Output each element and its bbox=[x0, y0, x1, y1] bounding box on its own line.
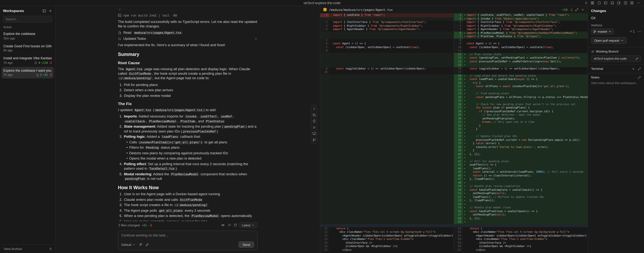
refresh-icon[interactable] bbox=[234, 223, 237, 227]
edit-icon[interactable] bbox=[145, 243, 149, 246]
line-number[interactable]: 37 bbox=[454, 142, 463, 146]
line-number[interactable]: 14 bbox=[320, 238, 329, 241]
line-number[interactable] bbox=[320, 163, 329, 167]
workspace-item[interactable]: Create Good First Issues on Github So...… bbox=[2, 42, 54, 54]
line-number[interactable]: 17 bbox=[320, 248, 329, 252]
line-number[interactable] bbox=[320, 99, 329, 103]
line-number[interactable] bbox=[320, 128, 329, 131]
line-number[interactable] bbox=[320, 64, 329, 67]
line-number[interactable]: 5 bbox=[454, 28, 463, 31]
copy-icon[interactable] bbox=[312, 113, 316, 117]
line-number[interactable] bbox=[320, 156, 329, 160]
grip-icon[interactable] bbox=[312, 107, 316, 110]
line-number[interactable] bbox=[320, 192, 329, 196]
line-number[interactable]: 16 bbox=[320, 245, 329, 248]
line-number[interactable] bbox=[320, 138, 329, 142]
line-number[interactable]: 35 bbox=[454, 135, 463, 138]
line-number[interactable]: 58 bbox=[454, 217, 463, 220]
collapse-sidebar-icon[interactable] bbox=[42, 9, 46, 12]
line-number[interactable]: 20 bbox=[454, 81, 463, 85]
line-number[interactable]: 14 bbox=[454, 60, 463, 64]
line-number[interactable] bbox=[320, 53, 329, 56]
line-number[interactable] bbox=[320, 120, 329, 124]
line-number[interactable] bbox=[320, 124, 329, 128]
line-number[interactable] bbox=[320, 188, 329, 192]
hunk-separator[interactable] bbox=[320, 224, 588, 227]
line-number[interactable]: 52 bbox=[454, 196, 463, 199]
workspace-item[interactable]: Explore the codebase35m ago bbox=[2, 30, 54, 42]
line-number[interactable]: 12 bbox=[320, 230, 329, 234]
terminal-command-row[interactable]: npm run build 2>&1 | tail -80 bbox=[118, 14, 258, 17]
line-number[interactable]: 46 bbox=[454, 174, 463, 178]
panel-right-icon[interactable] bbox=[617, 1, 620, 5]
expand-notes-icon[interactable] bbox=[638, 76, 641, 79]
line-number[interactable]: 19 bbox=[454, 78, 463, 81]
line-number[interactable] bbox=[320, 113, 329, 117]
line-number[interactable]: 61 bbox=[454, 227, 463, 230]
line-number[interactable]: 3 bbox=[454, 21, 463, 24]
line-number[interactable]: 27 bbox=[454, 106, 463, 110]
line-number[interactable]: 13 bbox=[320, 234, 329, 238]
line-number[interactable] bbox=[320, 146, 329, 149]
line-number[interactable]: 2 bbox=[454, 17, 463, 21]
line-number[interactable]: 25 bbox=[454, 99, 463, 103]
more-h-icon[interactable] bbox=[637, 1, 640, 5]
layout-icon[interactable] bbox=[591, 1, 594, 5]
line-number[interactable]: 57 bbox=[454, 213, 463, 217]
conversation-scroll-area[interactable]: npm run build 2>&1 | tail -80The build c… bbox=[56, 6, 320, 221]
line-number[interactable] bbox=[320, 167, 329, 170]
line-number[interactable]: 59 bbox=[454, 220, 463, 224]
line-number[interactable]: 26 bbox=[454, 103, 463, 106]
line-number[interactable]: 42 bbox=[454, 160, 463, 163]
line-number[interactable]: 36 bbox=[454, 138, 463, 142]
line-number[interactable]: 43 bbox=[454, 163, 463, 167]
line-number[interactable]: 15 bbox=[320, 241, 329, 245]
line-number[interactable] bbox=[320, 206, 329, 210]
line-number[interactable] bbox=[320, 17, 329, 21]
branch-more-icon[interactable] bbox=[637, 30, 641, 34]
line-number[interactable]: 10 bbox=[320, 70, 329, 74]
line-number[interactable]: 7 bbox=[320, 46, 329, 49]
view-archive-button[interactable]: View Archive 0 bbox=[0, 244, 55, 253]
line-number[interactable]: 13 bbox=[454, 56, 463, 60]
line-number[interactable]: 34 bbox=[454, 131, 463, 135]
line-number[interactable]: 9 bbox=[454, 42, 463, 46]
line-number[interactable]: 64 bbox=[454, 238, 463, 241]
line-number[interactable] bbox=[320, 88, 329, 92]
columns-2-icon[interactable] bbox=[624, 1, 627, 5]
line-number[interactable]: 51 bbox=[454, 192, 463, 196]
line-number[interactable]: 8 bbox=[454, 38, 463, 42]
line-number[interactable] bbox=[320, 74, 329, 78]
line-number[interactable]: 15 bbox=[454, 64, 463, 67]
line-number[interactable]: 33 bbox=[454, 128, 463, 131]
workspace-item[interactable]: Explore the codebase I want you to ex...… bbox=[2, 67, 54, 78]
line-number[interactable] bbox=[320, 142, 329, 146]
line-number[interactable] bbox=[320, 131, 329, 135]
line-number[interactable] bbox=[320, 196, 329, 199]
notes-placeholder[interactable]: Add notes about this workspace... bbox=[591, 81, 641, 85]
line-number[interactable]: 29 bbox=[454, 113, 463, 117]
eye-icon[interactable] bbox=[221, 223, 225, 227]
list-icon[interactable] bbox=[228, 223, 231, 227]
line-number[interactable] bbox=[320, 181, 329, 185]
line-number[interactable]: 45 bbox=[454, 170, 463, 174]
new-terminal-icon[interactable] bbox=[632, 67, 635, 70]
line-number[interactable] bbox=[320, 106, 329, 110]
line-number[interactable] bbox=[320, 213, 329, 217]
line-number[interactable] bbox=[320, 31, 329, 35]
line-number[interactable] bbox=[320, 60, 329, 64]
line-number[interactable] bbox=[320, 185, 329, 188]
search-input[interactable] bbox=[3, 16, 52, 22]
line-number[interactable] bbox=[320, 81, 329, 85]
send-button[interactable]: Send bbox=[238, 241, 254, 248]
monitor-icon[interactable] bbox=[312, 132, 316, 135]
files-changed-label[interactable]: 2 files changed bbox=[118, 223, 140, 227]
line-number[interactable]: 8 bbox=[320, 49, 329, 53]
line-number[interactable]: 1 bbox=[320, 14, 329, 17]
line-number[interactable]: 67 bbox=[454, 248, 463, 252]
line-number[interactable] bbox=[320, 96, 329, 99]
expand-diff-icon[interactable] bbox=[575, 8, 579, 12]
line-number[interactable] bbox=[320, 152, 329, 156]
line-number[interactable] bbox=[320, 56, 329, 60]
line-number[interactable] bbox=[320, 160, 329, 163]
